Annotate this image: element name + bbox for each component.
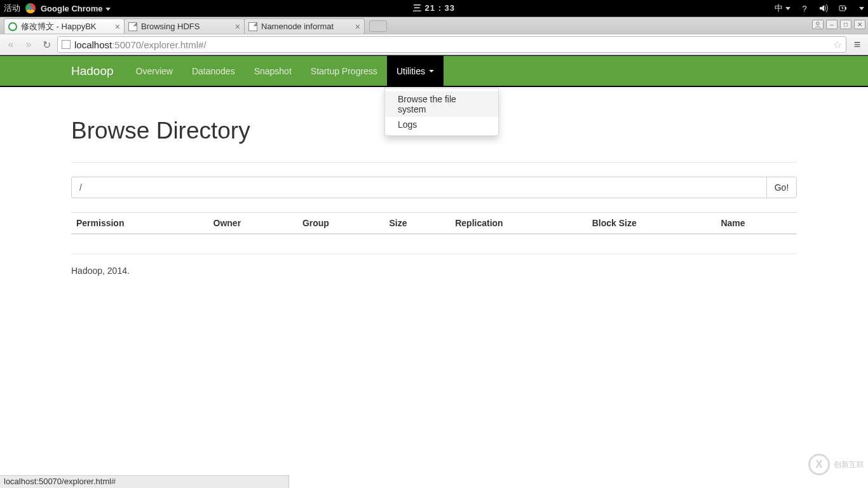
chrome-icon bbox=[25, 3, 36, 13]
dropdown-item-browse-fs[interactable]: Browse the file system bbox=[385, 92, 498, 117]
close-icon[interactable]: × bbox=[235, 22, 240, 32]
dropdown-item-logs[interactable]: Logs bbox=[385, 117, 498, 132]
nav-snapshot[interactable]: Snapshot bbox=[245, 56, 301, 86]
favicon-icon bbox=[248, 22, 257, 31]
col-replication: Replication bbox=[450, 213, 587, 234]
directory-table: Permission Owner Group Size Replication … bbox=[71, 212, 797, 234]
browser-tab[interactable]: Namenode informat × bbox=[244, 18, 365, 34]
status-bar: localhost:50070/explorer.html# bbox=[0, 475, 289, 488]
chevron-down-icon bbox=[785, 7, 790, 10]
maximize-button[interactable]: □ bbox=[840, 20, 851, 29]
browser-tab[interactable]: Browsing HDFS × bbox=[124, 18, 245, 34]
ime-indicator[interactable]: 中 bbox=[775, 3, 790, 14]
svg-rect-1 bbox=[845, 7, 846, 10]
address-bar[interactable]: localhost:50070/explorer.html#/ ☆ bbox=[57, 36, 846, 53]
browser-tab[interactable]: 修改博文 - HappyBK × bbox=[4, 18, 125, 34]
url-text: localhost:50070/explorer.html#/ bbox=[74, 39, 207, 50]
back-button[interactable]: « bbox=[4, 37, 18, 51]
user-icon[interactable] bbox=[812, 20, 824, 29]
svg-point-2 bbox=[817, 22, 820, 25]
divider bbox=[71, 254, 797, 254]
browser-toolbar: « » ↻ localhost:50070/explorer.html#/ ☆ … bbox=[0, 34, 868, 55]
os-top-bar: 活动 Google Chrome 三 21 : 33 中 ? bbox=[0, 0, 868, 17]
reload-button[interactable]: ↻ bbox=[39, 37, 53, 51]
volume-icon[interactable] bbox=[818, 3, 829, 13]
close-button[interactable]: ✕ bbox=[854, 20, 865, 29]
col-size: Size bbox=[384, 213, 451, 234]
help-icon[interactable]: ? bbox=[799, 3, 810, 13]
utilities-dropdown: Browse the file system Logs bbox=[384, 88, 499, 136]
watermark: X 创新互联 bbox=[808, 454, 864, 475]
footer-text: Hadoop, 2014. bbox=[71, 266, 797, 276]
battery-icon[interactable] bbox=[837, 3, 848, 13]
nav-datanodes[interactable]: Datanodes bbox=[182, 56, 245, 86]
active-app-name[interactable]: Google Chrome bbox=[41, 4, 111, 13]
col-name: Name bbox=[715, 213, 797, 234]
forward-button[interactable]: » bbox=[22, 37, 36, 51]
close-icon[interactable]: × bbox=[115, 22, 120, 32]
brand[interactable]: Hadoop bbox=[71, 56, 126, 86]
chevron-down-icon bbox=[105, 8, 111, 11]
watermark-logo: X bbox=[808, 454, 830, 475]
nav-startup-progress[interactable]: Startup Progress bbox=[301, 56, 387, 86]
favicon-icon bbox=[128, 22, 137, 31]
caret-down-icon bbox=[429, 70, 434, 72]
tab-title: Namenode informat bbox=[261, 22, 353, 31]
tab-title: Browsing HDFS bbox=[141, 22, 233, 31]
path-input-group: Go! bbox=[71, 177, 797, 198]
page-icon bbox=[62, 40, 71, 49]
browser-menu-button[interactable]: ≡ bbox=[850, 38, 864, 51]
col-block-size: Block Size bbox=[587, 213, 716, 234]
divider bbox=[71, 162, 797, 163]
nav-utilities-label: Utilities bbox=[397, 66, 425, 76]
clock[interactable]: 三 21 : 33 bbox=[413, 3, 455, 14]
close-icon[interactable]: × bbox=[355, 22, 360, 32]
chevron-down-icon bbox=[859, 7, 864, 10]
col-owner: Owner bbox=[208, 213, 297, 234]
col-permission: Permission bbox=[71, 213, 208, 234]
favicon-icon bbox=[8, 22, 17, 31]
browser-tab-strip: 修改博文 - HappyBK × Browsing HDFS × Namenod… bbox=[0, 17, 868, 34]
page-content: Browse Directory Go! Permission Owner Gr… bbox=[0, 118, 868, 276]
path-input[interactable] bbox=[71, 177, 766, 198]
minimize-button[interactable]: – bbox=[826, 20, 837, 29]
watermark-text: 创新互联 bbox=[834, 459, 864, 470]
nav-utilities[interactable]: Utilities bbox=[387, 56, 444, 86]
tab-title: 修改博文 - HappyBK bbox=[21, 21, 112, 32]
window-controls: – □ ✕ bbox=[812, 20, 865, 29]
bookmark-star-icon[interactable]: ☆ bbox=[833, 39, 842, 51]
activities-label[interactable]: 活动 bbox=[4, 3, 20, 14]
nav-overview[interactable]: Overview bbox=[126, 56, 182, 86]
app-navbar: Hadoop Overview Datanodes Snapshot Start… bbox=[0, 55, 868, 87]
active-app-name-text: Google Chrome bbox=[41, 4, 103, 13]
new-tab-button[interactable] bbox=[369, 20, 387, 32]
go-button[interactable]: Go! bbox=[766, 177, 797, 198]
col-group: Group bbox=[297, 213, 384, 234]
